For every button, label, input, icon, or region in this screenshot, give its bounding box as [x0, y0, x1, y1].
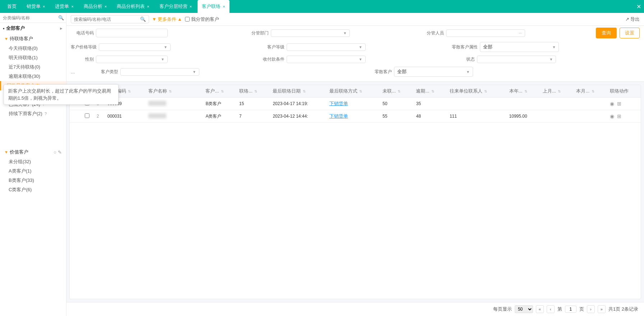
person-select[interactable]: ···	[446, 29, 525, 37]
retail-attr-select[interactable]: 全部 ▼	[480, 42, 559, 52]
tab-sales[interactable]: 销货单 ×	[22, 0, 49, 13]
td-method-2[interactable]: 下销货单	[326, 110, 379, 123]
table-row: 2 000031 A类客户 7 2023-04-12 14:44: 下销货单 5…	[70, 110, 641, 123]
row2-checkbox[interactable]	[85, 113, 89, 118]
sidebar-item-7days[interactable]: 近7天待联络(0)	[0, 62, 66, 72]
query-button[interactable]: 查询	[596, 28, 617, 38]
tab-product-analysis-list[interactable]: 商品分析列表 ×	[112, 0, 153, 13]
sort-lastmonth-icon[interactable]: ⇅	[558, 89, 561, 93]
sort-thismonth-icon[interactable]: ⇅	[592, 89, 594, 93]
sort-type-icon[interactable]: ⇅	[221, 89, 224, 93]
sidebar-item-today[interactable]: 今天待联络(0)	[0, 44, 66, 53]
filter-row-1: 电话号码 分管部门 ▼ 分管人员 ···	[71, 26, 640, 40]
my-customers-checkbox[interactable]	[185, 17, 190, 22]
sort-unreached-icon[interactable]: ⇅	[398, 89, 400, 93]
sidebar-pending-contact-group[interactable]: ▼ 待联络客户	[0, 34, 66, 44]
export-button[interactable]: ↗ 导出	[625, 16, 640, 23]
sort-overdue-icon[interactable]: ⇅	[431, 89, 434, 93]
sidebar-item-a-class[interactable]: A类客户(1)	[0, 166, 66, 176]
sort-person-icon[interactable]: ⇅	[484, 89, 487, 93]
sort-code-icon[interactable]: ⇅	[128, 89, 131, 93]
retail-customer-select[interactable]: 全部 ▼	[394, 67, 473, 77]
sort-name-icon[interactable]: ⇅	[169, 89, 172, 93]
dept-select[interactable]: ▼	[271, 29, 350, 37]
customer-level-chevron-icon: ▼	[359, 45, 362, 49]
gender-chevron-icon: ▼	[161, 57, 165, 61]
person-ellipsis-icon: ···	[519, 31, 522, 35]
sort-contact-icon[interactable]: ⇅	[254, 89, 257, 93]
contact-icon-2[interactable]: ◉	[610, 113, 614, 119]
customer-type-select[interactable]: ▼	[120, 68, 199, 76]
sidebar-collapse-icon[interactable]: ►	[59, 26, 63, 30]
close-tab-purchase[interactable]: ×	[71, 4, 73, 9]
td-contact-1: 15	[236, 98, 269, 110]
td-checkbox-2[interactable]	[81, 110, 93, 123]
sidebar-search-input[interactable]	[3, 15, 57, 20]
sidebar-search-icon[interactable]: 🔍	[58, 15, 64, 20]
table-area: ⚙ 客户编码 ⇅ 客户名称 ⇅	[69, 85, 641, 299]
status-select[interactable]: ▼	[477, 56, 556, 63]
sidebar-item-tomorrow[interactable]: 明天待联络(1)	[0, 53, 66, 62]
th-contact: 联络... ⇅	[236, 85, 269, 98]
sort-method-icon[interactable]: ⇅	[359, 89, 362, 93]
close-tab-sales[interactable]: ×	[43, 4, 45, 9]
sidebar-item-hold-down[interactable]: 持续下滑客户(2) ?	[0, 109, 66, 118]
more-conditions-button[interactable]: ▼ 更多条件 ▲	[152, 16, 182, 23]
th-this-month: 本月... ⇅	[573, 85, 606, 98]
td-thismonth-1	[573, 98, 606, 110]
sidebar-value-group-header[interactable]: ▼ 价值客户 ○ ✎	[0, 147, 66, 157]
close-tab-product-analysis-list[interactable]: ×	[147, 4, 149, 9]
window-close-button[interactable]: ✕	[636, 3, 641, 10]
td-date-1: 2023-04-17 14:19:	[269, 98, 325, 110]
close-tab-product-analysis[interactable]: ×	[105, 4, 107, 9]
filter-search-icon[interactable]: 🔍	[140, 16, 146, 22]
phone-input[interactable]	[96, 29, 168, 37]
more-dots-icon[interactable]: ...	[71, 69, 75, 75]
contact-icon-1[interactable]: ◉	[610, 101, 614, 107]
sidebar-value-edit-icon[interactable]: ✎	[58, 150, 62, 155]
per-page-select[interactable]: 50 20 100	[515, 305, 533, 313]
dept-chevron-icon: ▼	[343, 31, 347, 35]
page-number-input[interactable]	[565, 306, 576, 313]
next-page-button[interactable]: ›	[587, 305, 595, 313]
edit-icon-1[interactable]: ⊞	[617, 101, 621, 107]
td-name-1	[145, 98, 202, 110]
payment-select[interactable]: ▼	[287, 56, 366, 63]
sidebar-item-b-class[interactable]: B类客户(33)	[0, 176, 66, 185]
tab-purchase[interactable]: 进货单 ×	[51, 0, 78, 13]
content-area: 🔍 ▼ 更多条件 ▲ 我分管的客户 ↗ 导出 电话号码	[66, 13, 644, 316]
th-action: 联络动作	[606, 85, 641, 98]
sort-date-icon[interactable]: ⇅	[303, 89, 306, 93]
sidebar-value-add-icon[interactable]: ○	[54, 150, 56, 155]
customer-level-select[interactable]: ▼	[287, 43, 366, 51]
sort-year-icon[interactable]: ⇅	[524, 89, 527, 93]
td-name-blurred-2	[148, 113, 166, 118]
sidebar-item-c-class[interactable]: C类客户(6)	[0, 185, 66, 194]
sidebar-item-overdue[interactable]: 逾期未联络(30)	[0, 72, 66, 81]
td-thismonth-2	[573, 110, 606, 123]
close-tab-customer-tier[interactable]: ×	[190, 4, 192, 9]
sidebar-item-ungroup[interactable]: 未分组(32)	[0, 157, 66, 166]
table-row: 1 000039 B类客户 15 2023-04-17 14:19: 下销货单 …	[70, 98, 641, 110]
sidebar-all-customers-header[interactable]: ▪ 全部客户 ►	[0, 23, 66, 34]
edit-icon-2[interactable]: ⊞	[617, 113, 621, 119]
tab-home[interactable]: 首页	[3, 0, 21, 13]
td-method-1[interactable]: 下销货单	[326, 98, 379, 110]
tab-customer-contact[interactable]: 客户联络 ×	[198, 0, 229, 13]
dept-field: 分管部门 ▼	[246, 29, 418, 37]
table-header-row: ⚙ 客户编码 ⇅ 客户名称 ⇅	[70, 85, 641, 98]
tab-customer-tier[interactable]: 客户分层经营 ×	[155, 0, 196, 13]
first-page-button[interactable]: «	[536, 305, 544, 313]
last-page-button[interactable]: »	[598, 305, 606, 313]
sidebar-search-bar: 🔍	[0, 13, 66, 23]
my-customers-checkbox-wrap: 我分管的客户	[185, 16, 219, 23]
price-level-select[interactable]: ▼	[99, 43, 171, 51]
close-tab-customer-contact[interactable]: ×	[223, 4, 225, 9]
set-button[interactable]: 设置	[620, 28, 640, 38]
price-level-chevron-icon: ▼	[164, 45, 167, 49]
main-layout: 🔍 ▪ 全部客户 ► ▼ 待联络客户 今天待联络(0) 明天待联络(1) 近7天…	[0, 13, 644, 316]
filter-search-input[interactable]	[74, 17, 139, 22]
prev-page-button[interactable]: ‹	[547, 305, 555, 313]
gender-select[interactable]: ▼	[96, 56, 168, 63]
tab-product-analysis[interactable]: 商品分析 ×	[79, 0, 111, 13]
